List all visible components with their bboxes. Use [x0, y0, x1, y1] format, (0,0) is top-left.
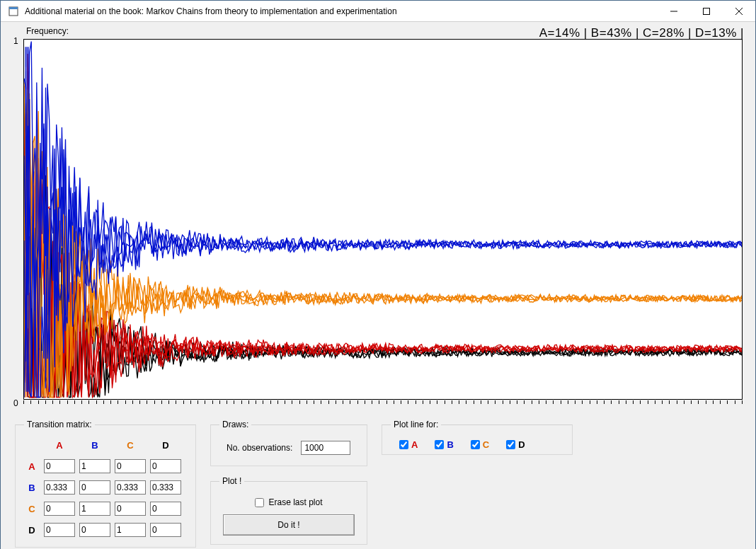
transition-matrix-group: Transition matrix: ABCDABCD [15, 420, 196, 548]
plot-line-item-D[interactable]: D [506, 439, 525, 450]
tm-col-head-A: A [44, 440, 75, 451]
tm-cell-C-D[interactable] [150, 502, 181, 516]
tm-cell-B-D[interactable] [150, 480, 181, 495]
percent-readout: A=14% | B=43% | C=28% | D=13% | [539, 26, 744, 39]
window-title: Additional material on the book: Markov … [25, 6, 658, 16]
tm-row-head-B: B [24, 482, 40, 493]
draws-group: Draws: No. observations: [210, 420, 367, 466]
plot-box [23, 39, 743, 400]
x-ticks [23, 400, 743, 405]
app-icon [8, 6, 19, 17]
observations-label: No. observations: [227, 443, 292, 453]
plot-line-label-A: A [411, 439, 418, 450]
tm-cell-B-B[interactable] [79, 480, 110, 495]
tm-cell-C-A[interactable] [44, 502, 75, 516]
tm-row-head-A: A [24, 461, 40, 472]
tm-cell-D-A[interactable] [44, 523, 75, 537]
tm-cell-D-B[interactable] [79, 523, 110, 537]
tm-cell-A-A[interactable] [44, 459, 75, 473]
tm-col-head-C: C [115, 440, 146, 451]
plot-line-checkbox-D[interactable] [506, 440, 515, 449]
tm-cell-D-C[interactable] [115, 523, 146, 537]
plot-line-item-A[interactable]: A [399, 439, 418, 450]
minimize-button[interactable] [658, 1, 690, 22]
erase-last-plot-label[interactable]: Erase last plot [268, 497, 322, 507]
close-button[interactable] [723, 1, 755, 22]
tm-cell-A-D[interactable] [150, 459, 181, 473]
tm-row-head-C: C [24, 504, 40, 514]
plot-group: Plot ! Erase last plot Do it ! [210, 476, 367, 545]
tm-cell-C-B[interactable] [79, 502, 110, 516]
plot-line-checkbox-C[interactable] [471, 440, 480, 449]
tm-cell-A-C[interactable] [115, 459, 146, 473]
titlebar: Additional material on the book: Markov … [1, 1, 755, 22]
draws-legend: Draws: [219, 420, 251, 429]
svg-rect-1 [9, 7, 18, 9]
tm-col-head-D: D [150, 440, 181, 451]
svg-rect-3 [704, 8, 710, 14]
tm-col-head-B: B [79, 440, 110, 451]
plot-line-checkbox-A[interactable] [399, 440, 408, 449]
tm-row-head-D: D [24, 525, 40, 536]
tm-cell-B-C[interactable] [115, 480, 146, 495]
transition-matrix-legend: Transition matrix: [24, 420, 95, 429]
plot-line-label-B: B [447, 439, 453, 450]
tm-cell-A-B[interactable] [79, 459, 110, 473]
observations-input[interactable] [301, 441, 350, 455]
plot-line-for-legend: Plot line for: [391, 420, 441, 429]
plot-line-label-D: D [518, 439, 525, 450]
plot-line-for-group: Plot line for: ABCD [382, 420, 573, 455]
plot-line-checkbox-B[interactable] [435, 440, 444, 449]
chart-area: 1 0 [18, 39, 743, 404]
do-it-button[interactable]: Do it ! [223, 514, 355, 536]
maximize-button[interactable] [690, 1, 723, 22]
plot-line-item-B[interactable]: B [435, 439, 453, 450]
plot-line-item-C[interactable]: C [471, 439, 489, 450]
tm-cell-B-A[interactable] [44, 480, 75, 495]
tm-cell-C-C[interactable] [115, 502, 146, 516]
frequency-label: Frequency: [26, 26, 69, 39]
erase-last-plot-checkbox[interactable] [255, 498, 264, 507]
y-tick-1: 1 [13, 36, 18, 46]
plot-line-label-C: C [483, 439, 489, 450]
y-tick-0: 0 [13, 398, 18, 408]
tm-cell-D-D[interactable] [150, 523, 181, 537]
plot-legend: Plot ! [219, 476, 244, 486]
